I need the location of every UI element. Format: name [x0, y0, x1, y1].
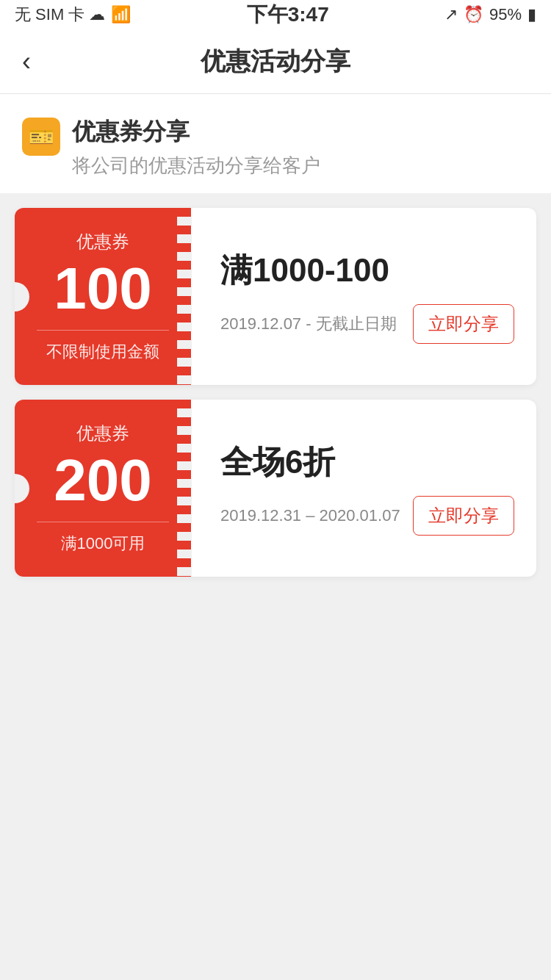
battery-label: 95% [489, 5, 522, 24]
coupon-right-2: 全场6折 2019.12.31 – 2020.01.07 立即分享 [191, 400, 536, 577]
section-subtitle: 将公司的优惠活动分享给客户 [72, 153, 320, 179]
coupon-card-2: 优惠券 200 满1000可用 全场6折 2019.12.31 – 2020.0… [15, 400, 536, 577]
coupon-divider-1 [37, 330, 169, 331]
sim-label: 无 SIM 卡 ☁ [15, 4, 105, 26]
coupon-name-1: 满1000-100 [220, 249, 514, 292]
coupon-footer-1: 2019.12.07 - 无截止日期 立即分享 [220, 304, 514, 344]
section-title: 优惠券分享 [72, 116, 320, 148]
share-button-2[interactable]: 立即分享 [413, 496, 514, 536]
coupon-right-1: 满1000-100 2019.12.07 - 无截止日期 立即分享 [191, 208, 536, 385]
back-button[interactable]: ‹ [22, 46, 31, 77]
wifi-icon: 📶 [111, 5, 131, 24]
coupon-footer-2: 2019.12.31 – 2020.01.07 立即分享 [220, 496, 514, 536]
coupon-card-1: 优惠券 100 不限制使用金额 满1000-100 2019.12.07 - 无… [15, 208, 536, 385]
coupon-share-icon: 🎫 [22, 118, 60, 156]
battery-icon: ▮ [527, 5, 536, 24]
coupon-date-1: 2019.12.07 - 无截止日期 [220, 313, 406, 335]
coupon-label-2: 优惠券 [76, 422, 129, 445]
coupon-date-2: 2019.12.31 – 2020.01.07 [220, 506, 406, 525]
coupon-name-2: 全场6折 [220, 441, 514, 484]
share-button-1[interactable]: 立即分享 [413, 304, 514, 344]
status-left: 无 SIM 卡 ☁ 📶 [15, 4, 131, 26]
coupon-condition-1: 不限制使用金额 [46, 341, 159, 363]
page-title: 优惠活动分享 [201, 45, 350, 79]
status-right: ↗ ⏰ 95% ▮ [444, 5, 536, 24]
nav-bar: ‹ 优惠活动分享 [0, 29, 551, 94]
section-header: 🎫 优惠券分享 将公司的优惠活动分享给客户 [0, 94, 551, 193]
coupon-condition-2: 满1000可用 [61, 533, 145, 555]
coupon-label-1: 优惠券 [76, 230, 129, 253]
coupon-left-2: 优惠券 200 满1000可用 [15, 400, 191, 577]
status-bar: 无 SIM 卡 ☁ 📶 下午3:47 ↗ ⏰ 95% ▮ [0, 0, 551, 29]
coupon-amount-2: 200 [54, 451, 151, 510]
status-time: 下午3:47 [247, 1, 329, 29]
location-icon: ↗ [444, 5, 458, 24]
bottom-spacer [0, 577, 551, 944]
coupon-left-1: 优惠券 100 不限制使用金额 [15, 208, 191, 385]
coupon-list: 优惠券 100 不限制使用金额 满1000-100 2019.12.07 - 无… [0, 208, 551, 577]
section-text: 优惠券分享 将公司的优惠活动分享给客户 [72, 116, 320, 179]
coupon-amount-1: 100 [54, 259, 151, 318]
coupon-divider-2 [37, 522, 169, 522]
alarm-icon: ⏰ [464, 5, 483, 24]
